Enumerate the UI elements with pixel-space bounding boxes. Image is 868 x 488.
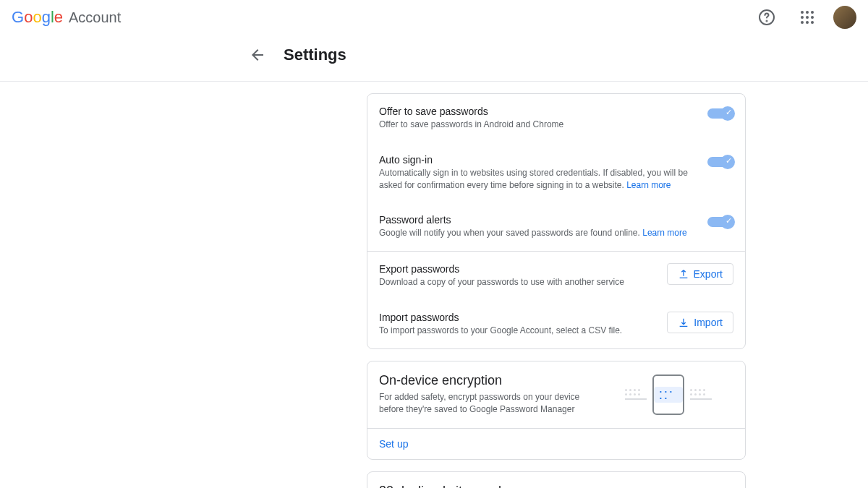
svg-point-8	[801, 21, 804, 24]
svg-point-9	[806, 21, 809, 24]
google-logo: Google	[12, 8, 63, 27]
svg-point-5	[801, 16, 804, 19]
svg-point-4	[811, 11, 814, 14]
svg-point-6	[806, 16, 809, 19]
encryption-card: On-device encryption For added safety, e…	[367, 361, 746, 460]
password-alerts-desc: Google will notify you when your saved p…	[379, 227, 696, 239]
import-button[interactable]: Import	[667, 312, 733, 333]
encryption-section: On-device encryption For added safety, e…	[367, 361, 745, 428]
encryption-title: On-device encryption	[379, 373, 592, 388]
app-header: Google Account	[0, 0, 868, 35]
help-icon[interactable]	[752, 3, 781, 32]
header-left: Google Account	[12, 8, 121, 27]
header-right	[752, 3, 856, 32]
phone-icon: • • • • •	[652, 374, 684, 415]
account-label: Account	[69, 9, 121, 26]
import-title: Import passwords	[379, 312, 655, 323]
svg-point-7	[811, 16, 814, 19]
setup-section: Set up	[367, 428, 745, 459]
auto-signin-title: Auto sign-in	[379, 154, 696, 166]
download-icon	[678, 317, 689, 328]
offer-save-section: Offer to save passwords Offer to save pa…	[367, 94, 745, 142]
export-section: Export passwords Download a copy of your…	[367, 251, 745, 300]
offer-save-title: Offer to save passwords	[379, 106, 696, 117]
page-title: Settings	[284, 46, 346, 64]
export-title: Export passwords	[379, 263, 655, 275]
svg-point-10	[811, 21, 814, 24]
encryption-desc: For added safety, encrypt passwords on y…	[379, 391, 592, 416]
password-alerts-learn-more[interactable]: Learn more	[642, 228, 686, 238]
import-desc: To import passwords to your Google Accou…	[379, 325, 655, 337]
upload-icon	[678, 268, 689, 280]
offer-save-toggle[interactable]: ✓	[707, 108, 733, 119]
settings-card: Offer to save passwords Offer to save pa…	[367, 93, 746, 349]
title-bar: Settings	[0, 35, 868, 82]
password-alerts-toggle[interactable]: ✓	[707, 217, 733, 227]
auto-signin-toggle[interactable]: ✓	[707, 157, 733, 167]
declined-header: 30 declined sites and apps You've chosen…	[367, 472, 745, 488]
svg-point-2	[801, 11, 804, 14]
content: Offer to save passwords Offer to save pa…	[122, 82, 746, 488]
declined-title: 30 declined sites and apps	[379, 484, 533, 488]
password-alerts-title: Password alerts	[379, 214, 696, 226]
auto-signin-section: Auto sign-in Automatically sign in to we…	[367, 142, 745, 203]
import-section: Import passwords To import passwords to …	[367, 300, 745, 348]
setup-link[interactable]: Set up	[379, 438, 408, 450]
password-alerts-section: Password alerts Google will notify you w…	[367, 202, 745, 251]
avatar[interactable]	[833, 6, 856, 29]
svg-point-3	[806, 11, 809, 14]
offer-save-desc: Offer to save passwords in Android and C…	[379, 119, 696, 131]
auto-signin-desc: Automatically sign in to websites using …	[379, 167, 696, 192]
svg-point-1	[767, 21, 767, 22]
export-button[interactable]: Export	[667, 263, 733, 285]
export-desc: Download a copy of your passwords to use…	[379, 276, 655, 288]
apps-icon[interactable]	[793, 3, 822, 32]
declined-card: 30 declined sites and apps You've chosen…	[367, 471, 746, 488]
back-button[interactable]	[243, 40, 272, 69]
encryption-illustration: • • • • •	[603, 373, 733, 416]
auto-signin-learn-more[interactable]: Learn more	[626, 180, 671, 190]
